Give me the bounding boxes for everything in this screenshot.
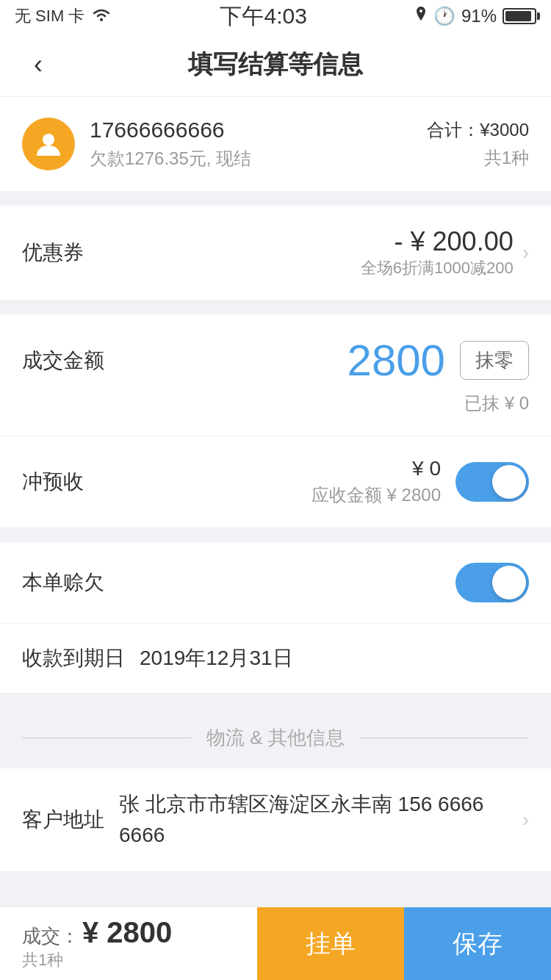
customer-row: 17666666666 欠款1276.35元, 现结 合计：¥3000 共1种 bbox=[0, 97, 551, 191]
credit-toggle-knob bbox=[492, 566, 526, 599]
back-button[interactable]: ‹ bbox=[22, 48, 54, 81]
coupon-chevron-icon: › bbox=[522, 241, 529, 264]
svg-point-1 bbox=[43, 134, 54, 145]
status-left: 无 SIM 卡 bbox=[15, 5, 112, 27]
customer-info: 17666666666 欠款1276.35元, 现结 bbox=[90, 118, 427, 170]
avatar bbox=[22, 118, 75, 170]
prepay-amount: ¥ 0 bbox=[84, 457, 441, 480]
bottom-deal-count: 共1种 bbox=[22, 949, 235, 971]
prepay-right: ¥ 0 应收金额 ¥ 2800 bbox=[84, 457, 441, 507]
toggle-knob bbox=[492, 465, 526, 499]
due-date-value: 2019年12月31日 bbox=[140, 644, 293, 672]
due-date-row: 收款到期日 2019年12月31日 bbox=[0, 623, 551, 693]
location-icon bbox=[414, 6, 428, 26]
page-title: 填写结算等信息 bbox=[54, 48, 497, 82]
credit-debt-toggle[interactable] bbox=[455, 563, 529, 602]
coupon-row[interactable]: 优惠券 - ¥ 200.00 全场6折满1000减200 › bbox=[0, 206, 551, 300]
divider-3 bbox=[0, 527, 551, 542]
deal-row: 成交金额 2800 抹零 bbox=[22, 335, 529, 386]
page-header: ‹ 填写结算等信息 bbox=[0, 32, 551, 97]
round-button[interactable]: 抹零 bbox=[460, 341, 529, 380]
customer-sub: 欠款1276.35元, 现结 bbox=[90, 147, 427, 170]
logistics-section-header: 物流 & 其他信息 bbox=[0, 707, 551, 768]
address-label: 客户地址 bbox=[22, 806, 104, 834]
battery-percent: 91% bbox=[461, 6, 497, 26]
prepay-label: 冲预收 bbox=[22, 468, 84, 496]
divider-1 bbox=[0, 191, 551, 206]
address-chevron-icon: › bbox=[522, 808, 529, 832]
credit-debt-row: 本单赊欠 bbox=[0, 542, 551, 623]
section-header-text: 物流 & 其他信息 bbox=[192, 725, 359, 751]
bottom-deal-label: 成交： bbox=[22, 923, 79, 949]
prepay-row: 冲预收 ¥ 0 应收金额 ¥ 2800 bbox=[0, 436, 551, 527]
section-line-right bbox=[359, 738, 529, 738]
hang-button[interactable]: 挂单 bbox=[257, 907, 404, 980]
coupon-right: - ¥ 200.00 全场6折满1000减200 bbox=[84, 226, 514, 279]
deal-value: 2800 bbox=[104, 335, 445, 386]
deal-sub: 已抹 ¥ 0 bbox=[22, 392, 529, 415]
due-date-label: 收款到期日 bbox=[22, 644, 125, 672]
coupon-amount: - ¥ 200.00 bbox=[395, 226, 514, 257]
bottom-deal-amount: ¥ 2800 bbox=[82, 916, 172, 949]
deal-label: 成交金额 bbox=[22, 347, 104, 375]
prepay-sub: 应收金额 ¥ 2800 bbox=[84, 483, 441, 507]
address-value: 张 北京市市辖区海淀区永丰南 156 6666 6666 bbox=[119, 789, 514, 851]
total-amount: 合计：¥3000 bbox=[427, 118, 529, 142]
prepay-toggle[interactable] bbox=[455, 462, 529, 502]
divider-2 bbox=[0, 300, 551, 314]
total-count: 共1种 bbox=[427, 146, 529, 170]
coupon-label: 优惠券 bbox=[22, 239, 84, 267]
battery-icon bbox=[503, 8, 536, 24]
wifi-icon bbox=[90, 6, 112, 26]
status-right: 🕐 91% bbox=[414, 6, 536, 26]
svg-point-0 bbox=[100, 18, 103, 21]
bottom-bar: 成交： ¥ 2800 共1种 挂单 保存 bbox=[0, 907, 551, 980]
bottom-deal-info: 成交： ¥ 2800 共1种 bbox=[0, 916, 257, 971]
customer-total: 合计：¥3000 共1种 bbox=[427, 118, 529, 170]
address-row[interactable]: 客户地址 张 北京市市辖区海淀区永丰南 156 6666 6666 › bbox=[0, 768, 551, 871]
credit-debt-label: 本单赊欠 bbox=[22, 569, 455, 597]
deal-section: 成交金额 2800 抹零 已抹 ¥ 0 bbox=[0, 314, 551, 436]
section-line-left bbox=[22, 738, 192, 738]
customer-phone: 17666666666 bbox=[90, 118, 427, 143]
sim-text: 无 SIM 卡 bbox=[15, 5, 84, 27]
status-bar: 无 SIM 卡 下午4:03 🕐 91% bbox=[0, 0, 551, 32]
save-button[interactable]: 保存 bbox=[404, 907, 551, 980]
divider-4 bbox=[0, 693, 551, 707]
clock-icon: 🕐 bbox=[433, 6, 455, 26]
coupon-sub: 全场6折满1000减200 bbox=[361, 257, 514, 279]
status-time: 下午4:03 bbox=[220, 1, 306, 32]
